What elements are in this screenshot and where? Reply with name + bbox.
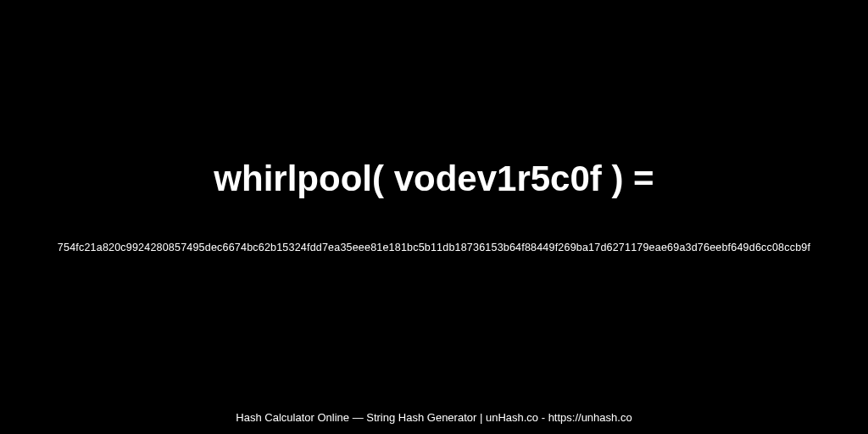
- hash-output-value: 754fc21a820c9924280857495dec6674bc62b153…: [58, 242, 810, 253]
- footer-text: Hash Calculator Online — String Hash Gen…: [0, 411, 868, 434]
- main-content: whirlpool( vodev1r5c0f ) = 754fc21a820c9…: [0, 0, 868, 411]
- hash-expression-title: whirlpool( vodev1r5c0f ) =: [214, 159, 654, 199]
